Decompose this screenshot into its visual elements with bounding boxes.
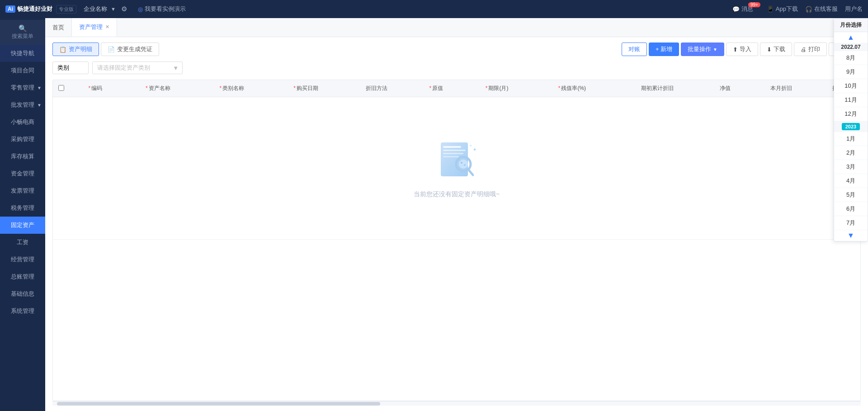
table-body: ✦ ✦ 当前您还没有固定资产明细哦~ xyxy=(53,97,860,240)
sidebar-item-system[interactable]: 系统管理 xyxy=(0,302,45,320)
sidebar-item-invoice[interactable]: 发票管理 xyxy=(0,182,45,199)
sidebar-item-tax[interactable]: 税务管理 xyxy=(0,199,45,217)
sidebar-salary-label: 工资 xyxy=(17,238,28,246)
chevron-down-icon: ▼ xyxy=(37,85,42,90)
select-all-checkbox[interactable] xyxy=(58,85,64,91)
app-ai-badge: Ai xyxy=(5,5,15,13)
sidebar-item-ledger[interactable]: 总账管理 xyxy=(0,268,45,285)
sidebar-item-quick-nav[interactable]: 快捷导航 xyxy=(0,45,45,62)
company-name[interactable]: 企业名称 xyxy=(84,5,107,13)
tab-home[interactable]: 首页 xyxy=(45,18,72,37)
month-item-1[interactable]: 1月 xyxy=(834,132,868,146)
change-voucher-icon: 📄 xyxy=(108,46,115,53)
message-button[interactable]: 💬 消息 99+ xyxy=(732,5,753,13)
month-item-8[interactable]: 8月 xyxy=(834,51,868,65)
month-item-2[interactable]: 2月 xyxy=(834,146,868,160)
demo-label: 我要看实例演示 xyxy=(145,5,186,13)
svg-point-9 xyxy=(464,164,466,166)
sidebar-fixed-assets-label: 固定资产 xyxy=(11,221,34,229)
tab-asset-management[interactable]: 资产管理 ✕ xyxy=(72,18,117,37)
month-item-6[interactable]: 6月 xyxy=(834,202,868,216)
top-bar-left: Ai 畅捷通好业财 专业版 企业名称 ▼ ⚙ ◎ 我要看实例演示 xyxy=(5,5,732,14)
sidebar-item-management[interactable]: 经营管理 xyxy=(0,251,45,268)
user-name[interactable]: 用户名 xyxy=(845,5,863,13)
download-button[interactable]: ⬇ 下载 xyxy=(760,43,792,56)
sidebar-item-wholesale[interactable]: 批发管理 ▼ xyxy=(0,96,45,113)
import-icon: ⬆ xyxy=(733,46,738,53)
sub-tab-asset-detail[interactable]: 📋 资产明细 xyxy=(52,43,99,56)
sidebar-search-label: 搜索菜单 xyxy=(12,33,33,40)
batch-arrow-icon: ▼ xyxy=(713,47,717,52)
th-checkbox xyxy=(53,80,70,97)
empty-illustration: ✦ ✦ xyxy=(429,138,484,183)
chevron-down-icon-picker[interactable]: ▼ xyxy=(847,231,854,240)
scrollbar-thumb[interactable] xyxy=(57,402,380,406)
app-name: 畅捷通好业财 xyxy=(17,5,52,13)
month-item-5[interactable]: 5月 xyxy=(834,188,868,202)
sidebar-retail-label: 零售管理 xyxy=(11,84,34,92)
sidebar-project-label: 项目合同 xyxy=(11,66,34,75)
th-accumulated-depreciation: 期初累计折旧 xyxy=(612,80,703,97)
month-item-12[interactable]: 12月 xyxy=(834,107,868,121)
required-star: * xyxy=(88,85,90,91)
import-button[interactable]: ⬆ 导入 xyxy=(726,43,758,56)
month-item-7[interactable]: 7月 xyxy=(834,216,868,230)
th-monthly-depreciation: 本月折旧 xyxy=(747,80,815,97)
filter-toolbar: 类别 请选择固定资产类别 ▼ xyxy=(52,61,861,74)
print-button[interactable]: 🖨 打印 xyxy=(794,43,827,56)
svg-text:✦: ✦ xyxy=(469,144,472,148)
month-item-10[interactable]: 10月 xyxy=(834,79,868,93)
category-select[interactable]: 类别 xyxy=(52,61,89,74)
sidebar-item-ecommerce[interactable]: 小畅电商 xyxy=(0,113,45,131)
sidebar-item-project[interactable]: 项目合同 xyxy=(0,62,45,79)
tab-close-icon[interactable]: ✕ xyxy=(105,24,109,30)
tab-asset-label: 资产管理 xyxy=(79,23,103,31)
month-picker-nav-down: ▼ xyxy=(834,230,868,241)
company-dropdown-icon[interactable]: ▼ xyxy=(111,6,116,12)
horizontal-scrollbar[interactable] xyxy=(52,401,861,406)
month-picker-title: 月份选择 xyxy=(840,21,862,29)
demo-link[interactable]: ◎ 我要看实例演示 xyxy=(138,5,186,13)
batch-operation-button[interactable]: 批量操作 ▼ xyxy=(681,43,724,56)
sidebar-item-basic-info[interactable]: 基础信息 xyxy=(0,285,45,302)
th-original-value: *原值 xyxy=(410,80,462,97)
demo-icon: ◎ xyxy=(138,6,143,13)
settings-icon[interactable]: ⚙ xyxy=(121,5,127,13)
add-button[interactable]: + 新增 xyxy=(649,43,679,56)
category-value-select[interactable]: 请选择固定资产类别 ▼ xyxy=(92,61,183,74)
table-header-row: *编码 *资产名称 *类别名称 *购买日期 折旧方法 *原值 *期限(月) *残… xyxy=(53,80,860,97)
month-item-11[interactable]: 11月 xyxy=(834,93,868,107)
sub-tab-change-voucher[interactable]: 📄 变更生成凭证 xyxy=(101,43,159,56)
content-area: 首页 资产管理 ✕ 📋 资产明细 📄 变更生成凭证 对账 xyxy=(45,18,868,411)
sidebar-invoice-label: 发票管理 xyxy=(11,187,34,195)
app-download-label: App下载 xyxy=(776,5,798,13)
sidebar-ledger-label: 总账管理 xyxy=(11,273,34,281)
sidebar-item-retail[interactable]: 零售管理 ▼ xyxy=(0,79,45,96)
sidebar-item-fixed-assets[interactable]: 固定资产 xyxy=(0,217,45,234)
sidebar-basic-info-label: 基础信息 xyxy=(11,290,34,298)
reconcile-button[interactable]: 对账 xyxy=(622,43,647,56)
app-download-button[interactable]: 📱 App下载 xyxy=(767,5,798,13)
required-star-2: * xyxy=(146,85,148,91)
month-item-9[interactable]: 9月 xyxy=(834,65,868,79)
th-net-value: 净值 xyxy=(703,80,748,97)
sidebar-item-inventory[interactable]: 库存核算 xyxy=(0,148,45,165)
sidebar-item-finance[interactable]: 资金管理 xyxy=(0,165,45,182)
main-layout: 🔍 搜索菜单 快捷导航 项目合同 零售管理 ▼ 批发管理 ▼ 小畅电商 采购管理… xyxy=(0,18,868,411)
month-item-3[interactable]: 3月 xyxy=(834,160,868,174)
sidebar-item-search[interactable]: 🔍 搜索菜单 xyxy=(0,20,45,45)
sidebar-item-salary[interactable]: 工资 xyxy=(0,234,45,251)
th-category: *类别名称 xyxy=(195,80,269,97)
online-service-button[interactable]: 🎧 在线客服 xyxy=(805,5,838,13)
th-asset-name: *资产名称 xyxy=(121,80,195,97)
sidebar-item-purchase[interactable]: 采购管理 xyxy=(0,131,45,148)
top-bar-right: 💬 消息 99+ 📱 App下载 🎧 在线客服 用户名 xyxy=(732,5,863,13)
sidebar-finance-label: 资金管理 xyxy=(11,170,34,178)
month-item-4[interactable]: 4月 xyxy=(834,174,868,188)
service-label: 在线客服 xyxy=(814,5,838,13)
svg-rect-4 xyxy=(443,156,459,157)
chevron-up-icon[interactable]: ▲ xyxy=(847,33,854,42)
month-picker-header: 月份选择 xyxy=(834,19,868,32)
required-star-5: * xyxy=(429,85,431,91)
sidebar-management-label: 经营管理 xyxy=(11,255,34,264)
